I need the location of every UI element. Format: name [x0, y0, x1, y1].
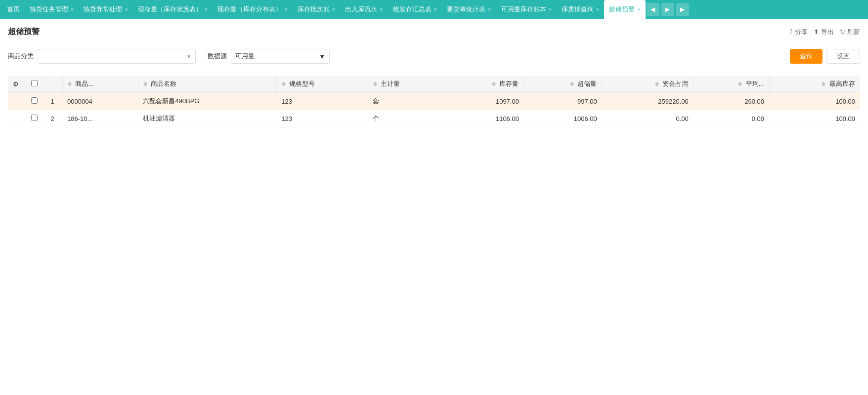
share-icon: ⤴ [789, 28, 793, 36]
row-num-1: 2 [43, 110, 62, 127]
page-title: 超储预警 [8, 27, 40, 37]
datasource-chevron-icon: ▼ [319, 53, 325, 60]
col-label-max-stock: 最高库存 [829, 80, 855, 87]
nav-close-stock-status[interactable]: × [205, 6, 208, 12]
category-select[interactable]: ▼ [38, 49, 196, 64]
datasource-select-value: 可用量 [235, 52, 255, 61]
row-max-stock-1: 100.00 [769, 110, 860, 127]
row-gear-1 [8, 110, 26, 127]
query-button[interactable]: 查询 [790, 49, 823, 64]
top-navigation: 首页 拣货任务管理 × 拣货异常处理 × 现存量（库存状况表） × 现存量（库存… [0, 0, 868, 19]
table-row: 2 186-10... 机油滤清器 123 个 1106.00 1006.00 … [8, 110, 860, 127]
col-label-avg: 平均... [746, 80, 764, 87]
export-button[interactable]: ⬆ 导出 [814, 28, 834, 37]
select-all-checkbox[interactable] [31, 80, 38, 86]
sort-icon-stock [492, 82, 496, 86]
datasource-filter: 数据源 可用量 ▼ [208, 49, 330, 64]
nav-close-inout-flow[interactable]: × [380, 6, 383, 12]
page-header: 超储预警 ⤴ 分享 ⬆ 导出 ↻ 刷新 [8, 27, 860, 37]
row-unit-0: 套 [368, 93, 446, 110]
nav-item-batch-account[interactable]: 库存批次账 × [293, 0, 340, 19]
datasource-label: 数据源 [208, 52, 227, 61]
col-header-product-code[interactable]: 商品... [62, 76, 138, 93]
row-select-0[interactable] [31, 97, 38, 104]
row-capital-0: 259220.00 [602, 93, 694, 110]
filter-bar: 商品分类 ▼ 数据源 可用量 ▼ 查询 设置 [8, 45, 860, 68]
category-filter: 商品分类 ▼ [8, 49, 196, 64]
col-header-unit[interactable]: 主计量 [368, 76, 446, 93]
col-label-stock: 库存量 [499, 80, 519, 87]
col-header-product-name[interactable]: 商品名称 [138, 76, 276, 93]
nav-item-stock-dist[interactable]: 现存量（库存分布表） × [213, 0, 292, 19]
row-select-1[interactable] [31, 115, 38, 121]
row-checkbox-1[interactable] [26, 110, 43, 127]
row-checkbox-0[interactable] [26, 93, 43, 110]
nav-label-stock-dist: 现存量（库存分布表） [217, 5, 282, 14]
sort-icon-product-code [68, 82, 72, 86]
row-overstock-0: 997.00 [524, 93, 602, 110]
nav-close-abnormal[interactable]: × [125, 6, 128, 12]
col-header-capital[interactable]: 资金占用 [602, 76, 694, 93]
col-header-spec[interactable]: 规格型号 [276, 76, 368, 93]
nav-item-recv-send[interactable]: 收发存汇总表 × [388, 0, 442, 19]
settings-button[interactable]: 设置 [826, 49, 860, 64]
nav-label-quality-check: 保质期查询 [562, 5, 594, 14]
nav-item-quality-check[interactable]: 保质期查询 × [557, 0, 604, 19]
nav-close-stock-dist[interactable]: × [284, 6, 287, 12]
nav-item-stock-status[interactable]: 现存量（库存状况表） × [133, 0, 213, 19]
datasource-select[interactable]: 可用量 ▼ [231, 49, 330, 64]
col-header-stock[interactable]: 库存量 [446, 76, 524, 93]
sort-icon-spec [282, 82, 286, 86]
share-button[interactable]: ⤴ 分享 [789, 28, 808, 37]
nav-item-abnormal[interactable]: 拣货异常处理 × [79, 0, 132, 19]
col-label-product-code: 商品... [75, 80, 93, 87]
refresh-label: 刷新 [847, 28, 860, 37]
nav-close-available-account[interactable]: × [549, 6, 552, 12]
nav-label-overstock-warning: 超储预警 [609, 5, 635, 14]
col-header-checkbox[interactable] [26, 76, 43, 93]
nav-more-button[interactable]: ▶ [676, 3, 689, 16]
col-header-avg[interactable]: 平均... [694, 76, 769, 93]
nav-close-batch-account[interactable]: × [332, 6, 335, 12]
nav-item-overstock-warning[interactable]: 超储预警 × [604, 0, 645, 19]
main-content: 超储预警 ⤴ 分享 ⬆ 导出 ↻ 刷新 商品分类 ▼ [0, 19, 868, 395]
refresh-button[interactable]: ↻ 刷新 [840, 28, 860, 37]
nav-label-batch-account: 库存批次账 [298, 5, 330, 14]
row-product-code-0: 0000004 [62, 93, 138, 110]
nav-close-task-mgmt[interactable]: × [71, 6, 74, 12]
nav-close-recv-send[interactable]: × [434, 6, 437, 12]
col-header-overstock[interactable]: 超储量 [524, 76, 602, 93]
filter-actions: 查询 设置 [790, 49, 860, 64]
row-spec-0: 123 [276, 93, 368, 110]
col-header-rownum [43, 76, 62, 93]
nav-close-quality-check[interactable]: × [596, 6, 599, 12]
refresh-icon: ↻ [840, 28, 845, 36]
nav-close-overstock-warning[interactable]: × [637, 6, 640, 12]
nav-item-available-account[interactable]: 可用量库存账本 × [496, 0, 557, 19]
row-stock-0: 1097.00 [446, 93, 524, 110]
nav-next-button[interactable]: ▶ [661, 3, 674, 16]
export-icon: ⬆ [814, 28, 819, 36]
row-unit-1: 个 [368, 110, 446, 127]
nav-item-inout-flow[interactable]: 出入库流水 × [340, 0, 388, 19]
col-header-gear[interactable]: ⚙ [8, 76, 26, 93]
nav-item-home[interactable]: 首页 [2, 0, 25, 19]
row-avg-0: 260.00 [694, 93, 769, 110]
table-header-row: ⚙ 商品... 商品 [8, 76, 860, 93]
nav-label-stock-status: 现存量（库存状况表） [138, 5, 202, 14]
row-gear-0 [8, 93, 26, 110]
nav-item-order-stats[interactable]: 要货单统计表 × [442, 0, 496, 19]
col-label-product-name: 商品名称 [151, 80, 176, 87]
col-label-unit: 主计量 [381, 80, 400, 87]
nav-close-order-stats[interactable]: × [488, 6, 491, 12]
category-chevron-icon: ▼ [186, 54, 191, 59]
nav-prev-button[interactable]: ◀ [647, 3, 659, 16]
col-header-max-stock[interactable]: 最高库存 [769, 76, 860, 93]
nav-label-abnormal: 拣货异常处理 [84, 5, 122, 14]
data-table: ⚙ 商品... 商品 [8, 76, 860, 127]
col-label-capital: 资金占用 [662, 80, 688, 87]
nav-label-available-account: 可用量库存账本 [501, 5, 546, 14]
nav-label-home: 首页 [7, 5, 20, 14]
nav-item-task-mgmt[interactable]: 拣货任务管理 × [25, 0, 79, 19]
category-label: 商品分类 [8, 52, 34, 61]
